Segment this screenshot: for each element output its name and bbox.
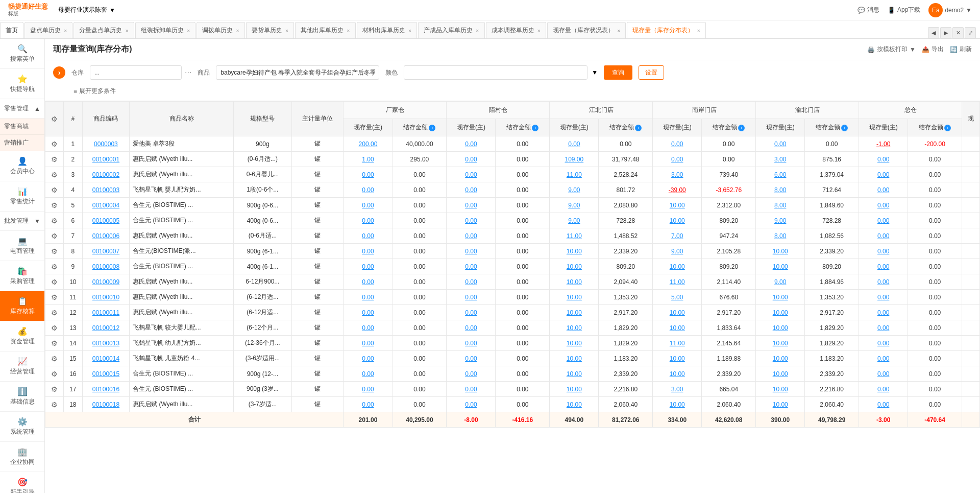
row-mc-qty[interactable]: 0.00 [447, 182, 496, 198]
row-jb-qty[interactable]: 10.00 [550, 366, 599, 382]
row-gear[interactable]: ⚙ [45, 259, 64, 274]
row-na-qty[interactable]: 10.00 [653, 305, 702, 320]
row-na-qty[interactable]: 10.00 [653, 213, 702, 228]
row-jb-qty[interactable]: 0.00 [550, 136, 599, 152]
tab-close-2[interactable]: × [125, 28, 128, 34]
sidebar-item-finance[interactable]: 💰 资金管理 [0, 321, 44, 351]
row-yb-qty[interactable]: 10.00 [756, 320, 805, 336]
row-yb-qty[interactable]: 10.00 [756, 259, 805, 274]
row-gear-icon[interactable]: ⚙ [51, 186, 58, 194]
row-yb-qty[interactable]: 10.00 [756, 290, 805, 305]
tab-11[interactable]: 现存量（库存分布表） × [627, 22, 705, 38]
row-code[interactable]: 00100001 [82, 152, 129, 167]
row-code[interactable]: 00100005 [82, 213, 129, 228]
row-fj-qty[interactable]: 0.00 [344, 351, 393, 366]
row-gear[interactable]: ⚙ [45, 397, 64, 412]
row-na-qty[interactable]: 5.00 [653, 290, 702, 305]
row-gear-icon[interactable]: ⚙ [51, 370, 58, 378]
row-code[interactable]: 00100010 [82, 290, 129, 305]
row-mc-qty[interactable]: 0.00 [447, 290, 496, 305]
row-gear-icon[interactable]: ⚙ [51, 355, 58, 363]
row-code[interactable]: 00100011 [82, 305, 129, 320]
jb-amt-info[interactable]: i [635, 125, 642, 131]
yb-amt-info[interactable]: i [841, 125, 848, 131]
row-fj-qty[interactable]: 0.00 [344, 244, 393, 259]
gear-icon[interactable]: ⚙ [51, 115, 58, 123]
row-yb-qty[interactable]: 0.00 [756, 136, 805, 152]
sidebar-item-wholesale[interactable]: 批发管理 ▼ [0, 212, 44, 231]
row-na-qty[interactable]: 10.00 [653, 366, 702, 382]
row-fj-qty[interactable]: 0.00 [344, 198, 393, 213]
row-mc-qty[interactable]: 0.00 [447, 397, 496, 412]
row-fj-qty[interactable]: 0.00 [344, 366, 393, 382]
row-total-qty[interactable]: 0.00 [859, 397, 908, 412]
sidebar-item-enterprise[interactable]: 🏢 企业协同 [0, 442, 44, 472]
row-gear[interactable]: ⚙ [45, 366, 64, 382]
tab-9[interactable]: 成本调整单历史 × [486, 22, 546, 38]
row-total-qty[interactable]: 0.00 [859, 320, 908, 336]
row-yb-qty[interactable]: 8.00 [756, 182, 805, 198]
row-total-qty[interactable]: 0.00 [859, 290, 908, 305]
row-code[interactable]: 00100006 [82, 228, 129, 244]
row-total-qty[interactable]: 0.00 [859, 351, 908, 366]
na-amt-info[interactable]: i [738, 125, 745, 131]
row-total-qty[interactable]: 0.00 [859, 305, 908, 320]
row-jb-qty[interactable]: 10.00 [550, 351, 599, 366]
goods-input[interactable] [216, 65, 379, 80]
row-gear[interactable]: ⚙ [45, 136, 64, 152]
sidebar-item-basicinfo[interactable]: ℹ️ 基础信息 [0, 382, 44, 412]
warehouse-dots[interactable]: ··· [185, 68, 191, 77]
row-total-qty[interactable]: 0.00 [859, 213, 908, 228]
row-mc-qty[interactable]: 0.00 [447, 320, 496, 336]
row-total-qty[interactable]: 0.00 [859, 274, 908, 290]
row-gear[interactable]: ⚙ [45, 274, 64, 290]
collapse-btn[interactable]: › [53, 66, 65, 79]
row-gear[interactable]: ⚙ [45, 351, 64, 366]
row-gear-icon[interactable]: ⚙ [51, 324, 58, 332]
industry-selector[interactable]: 母婴行业演示陈套 ▼ [58, 6, 115, 14]
sidebar-item-guide[interactable]: 🎯 新手引导 [0, 472, 44, 493]
row-yb-qty[interactable]: 10.00 [756, 397, 805, 412]
row-gear-icon[interactable]: ⚙ [51, 309, 58, 317]
row-na-qty[interactable]: 3.00 [653, 382, 702, 397]
tab-close-11[interactable]: × [697, 28, 700, 34]
row-jb-qty[interactable]: 10.00 [550, 274, 599, 290]
row-gear-icon[interactable]: ⚙ [51, 263, 58, 271]
sidebar-item-purchase[interactable]: 🛍️ 采购管理 [0, 261, 44, 291]
tab-close-6[interactable]: × [347, 28, 350, 34]
sidebar-sub-retail-mall[interactable]: 零售商城 [0, 119, 44, 135]
row-gear[interactable]: ⚙ [45, 305, 64, 320]
row-gear-icon[interactable]: ⚙ [51, 247, 58, 255]
row-yb-qty[interactable]: 8.00 [756, 228, 805, 244]
row-mc-qty[interactable]: 0.00 [447, 274, 496, 290]
row-jb-qty[interactable]: 10.00 [550, 305, 599, 320]
tab-prev-btn[interactable]: ◀ [928, 27, 939, 38]
row-yb-qty[interactable]: 9.00 [756, 274, 805, 290]
row-total-qty[interactable]: 0.00 [859, 259, 908, 274]
row-na-qty[interactable]: -39.00 [653, 182, 702, 198]
row-mc-qty[interactable]: 0.00 [447, 167, 496, 182]
expand-more-btn[interactable]: ≡ 展开更多条件 [74, 87, 116, 96]
row-gear-icon[interactable]: ⚙ [51, 278, 58, 286]
row-mc-qty[interactable]: 0.00 [447, 382, 496, 397]
row-yb-qty[interactable]: 10.00 [756, 366, 805, 382]
row-jb-qty[interactable]: 10.00 [550, 382, 599, 397]
row-jb-qty[interactable]: 109.00 [550, 152, 599, 167]
row-jb-qty[interactable]: 9.00 [550, 182, 599, 198]
row-mc-qty[interactable]: 0.00 [447, 336, 496, 351]
tab-4[interactable]: 调拨单历史 × [197, 22, 244, 38]
row-jb-qty[interactable]: 10.00 [550, 259, 599, 274]
row-jb-qty[interactable]: 9.00 [550, 198, 599, 213]
total-amt-info[interactable]: i [944, 125, 951, 131]
row-jb-qty[interactable]: 11.00 [550, 228, 599, 244]
row-fj-qty[interactable]: 0.00 [344, 259, 393, 274]
row-yb-qty[interactable]: 6.00 [756, 167, 805, 182]
row-code[interactable]: 00100014 [82, 351, 129, 366]
row-total-qty[interactable]: 0.00 [859, 182, 908, 198]
row-gear[interactable]: ⚙ [45, 382, 64, 397]
row-jb-qty[interactable]: 10.00 [550, 244, 599, 259]
row-total-qty[interactable]: 0.00 [859, 336, 908, 351]
row-fj-qty[interactable]: 0.00 [344, 274, 393, 290]
row-gear[interactable]: ⚙ [45, 213, 64, 228]
sidebar-item-retail[interactable]: 零售管理 ▲ [0, 99, 44, 119]
